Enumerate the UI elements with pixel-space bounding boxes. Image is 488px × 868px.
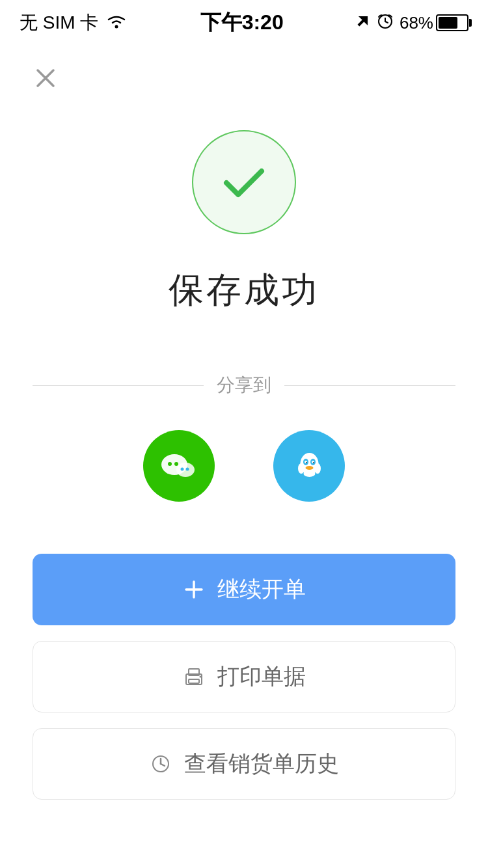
- continue-order-button[interactable]: 继续开单: [33, 554, 455, 625]
- wechat-share-button[interactable]: [143, 430, 215, 502]
- svg-point-22: [303, 470, 315, 477]
- share-label: 分享到: [217, 373, 271, 398]
- success-title: 保存成功: [169, 267, 319, 314]
- printer-icon: [182, 665, 206, 688]
- wifi-icon: [105, 12, 128, 34]
- svg-line-31: [161, 764, 165, 766]
- main-content: 保存成功 分享到: [0, 46, 488, 868]
- status-carrier: 无 SIM 卡: [20, 10, 128, 35]
- share-section: 分享到: [33, 373, 455, 502]
- svg-line-3: [385, 21, 388, 23]
- qq-share-button[interactable]: [273, 430, 345, 502]
- view-history-button[interactable]: 查看销货单历史: [33, 728, 455, 800]
- svg-point-9: [174, 462, 178, 466]
- svg-point-10: [180, 467, 183, 470]
- svg-point-19: [305, 466, 313, 470]
- status-right: 68%: [355, 12, 468, 34]
- battery-indicator: 68%: [400, 13, 468, 33]
- status-time: 下午3:20: [200, 8, 284, 37]
- svg-point-18: [313, 462, 314, 463]
- plus-icon: [182, 578, 206, 601]
- success-section: 保存成功: [169, 130, 319, 314]
- share-divider: 分享到: [33, 373, 455, 398]
- success-check-circle: [192, 130, 296, 234]
- location-icon: [355, 13, 371, 33]
- status-bar: 无 SIM 卡 下午3:20: [0, 0, 488, 46]
- divider-line-left: [33, 385, 204, 386]
- svg-point-17: [306, 462, 307, 463]
- action-buttons: 继续开单 打印单据 查看销货单历史: [33, 554, 455, 800]
- share-icons: [33, 430, 455, 502]
- clock-icon: [149, 752, 172, 776]
- print-receipt-button[interactable]: 打印单据: [33, 641, 455, 712]
- close-button[interactable]: [26, 59, 65, 98]
- svg-point-20: [298, 463, 305, 474]
- svg-point-8: [168, 462, 172, 466]
- alarm-icon: [376, 12, 394, 34]
- svg-point-11: [185, 467, 189, 470]
- svg-point-28: [200, 676, 202, 678]
- svg-rect-27: [189, 679, 199, 683]
- svg-point-0: [115, 25, 118, 28]
- svg-point-7: [176, 463, 195, 477]
- svg-point-21: [314, 463, 321, 474]
- divider-line-right: [284, 385, 455, 386]
